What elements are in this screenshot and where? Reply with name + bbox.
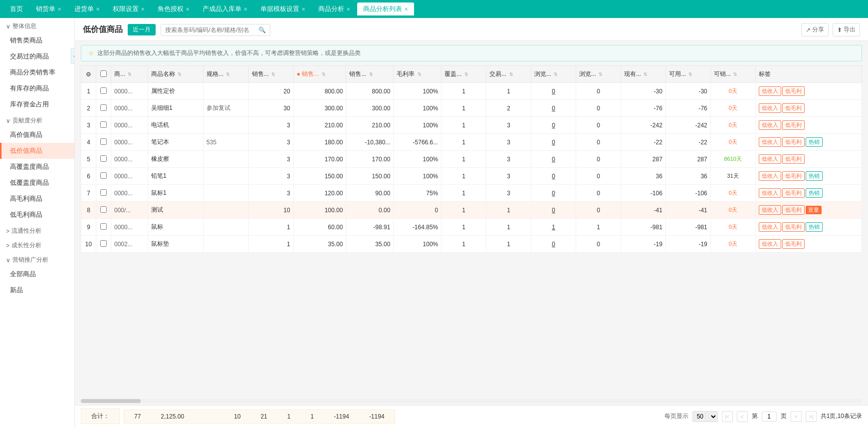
row-checkbox[interactable] — [100, 104, 107, 111]
browse-link[interactable]: 0 — [552, 190, 555, 197]
nav-sales-order[interactable]: 销货单 ✕ — [30, 2, 67, 15]
row-checkbox-cell[interactable] — [96, 202, 111, 219]
nav-goods-analysis-list[interactable]: 商品分析列表 ✕ — [357, 2, 414, 15]
col-code[interactable]: 商... ⇅ — [111, 66, 148, 83]
export-btn[interactable]: ⬆ 导出 — [833, 23, 860, 36]
search-input[interactable] — [165, 26, 256, 33]
browse-link[interactable]: 0 — [552, 105, 555, 112]
col-sellable[interactable]: 可销... ⇅ — [710, 66, 755, 83]
search-icon[interactable]: 🔍 — [258, 26, 266, 33]
row-checkbox[interactable] — [100, 87, 107, 94]
nav-home[interactable]: 首页 — [4, 2, 29, 15]
browse-link[interactable]: 0 — [552, 88, 555, 95]
sidebar-section-contribution[interactable]: ∨ 贡献度分析 — [0, 112, 74, 127]
sidebar-section-overall[interactable]: ∨ 整体信息 — [0, 18, 74, 32]
row-checkbox[interactable] — [100, 172, 107, 179]
next-page-btn[interactable]: > — [791, 411, 802, 422]
col-sales1[interactable]: 销售... ⇅ — [248, 66, 293, 83]
close-icon[interactable]: ✕ — [141, 6, 145, 12]
table-row[interactable]: 10 0002... 鼠标垫 1 35.00 35.00 100% 1 1 0 … — [81, 236, 862, 253]
browse-link[interactable]: 0 — [552, 241, 555, 248]
page-size-select[interactable]: 50 100 200 — [692, 411, 718, 422]
nav-goods-analysis[interactable]: 商品分析 ✕ — [312, 2, 356, 15]
last-page-btn[interactable]: >| — [806, 411, 817, 422]
close-icon[interactable]: ✕ — [243, 6, 247, 12]
row-checkbox[interactable] — [100, 240, 107, 247]
sidebar-item-category-sales[interactable]: 商品分类销售率 — [0, 64, 74, 80]
col-margin[interactable]: 毛利率 ⇅ — [394, 66, 441, 83]
sidebar-item-high-value[interactable]: 高价值商品 — [0, 127, 74, 143]
row-checkbox[interactable] — [100, 206, 107, 213]
table-row[interactable]: 6 0000... 铅笔1 3 150.00 150.00 100% 1 3 0… — [81, 168, 862, 185]
row-checkbox-cell[interactable] — [96, 83, 111, 100]
row-checkbox-cell[interactable] — [96, 219, 111, 236]
row-checkbox-cell[interactable] — [96, 151, 111, 168]
sidebar-item-traded-goods[interactable]: 交易过的商品 — [0, 48, 74, 64]
close-icon[interactable]: ✕ — [96, 6, 100, 12]
row-col7[interactable]: 0 — [531, 185, 576, 202]
row-col7[interactable]: 0 — [531, 134, 576, 151]
browse-link[interactable]: 0 — [552, 139, 555, 146]
sidebar-item-inventory-capital[interactable]: 库存资金占用 — [0, 96, 74, 112]
col-current-stock[interactable]: 现有... ⇅ — [621, 66, 665, 83]
table-row[interactable]: 3 0000... 电话机 3 210.00 210.00 100% 1 3 0… — [81, 117, 862, 134]
row-checkbox[interactable] — [100, 223, 107, 230]
sidebar-item-low-margin[interactable]: 低毛利商品 — [0, 207, 74, 223]
sidebar-item-sales-goods[interactable]: 销售类商品 — [0, 32, 74, 48]
col-settings[interactable]: ⚙ — [81, 66, 96, 83]
nav-role-auth[interactable]: 角色授权 ✕ — [152, 2, 196, 15]
sidebar-item-high-margin[interactable]: 高毛利商品 — [0, 191, 74, 207]
sidebar-section-liquidity[interactable]: > 流通性分析 — [0, 223, 74, 237]
table-row[interactable]: 5 0000... 橡皮擦 3 170.00 170.00 100% 1 3 0… — [81, 151, 862, 168]
gear-icon[interactable]: ⚙ — [86, 71, 91, 78]
table-row[interactable]: 9 0000... 鼠标 1 60.00 -98.91 -164.85% 1 1… — [81, 219, 862, 236]
row-col7[interactable]: 0 — [531, 236, 576, 253]
sidebar-item-low-value[interactable]: 低价值商品 — [0, 143, 74, 159]
horizontal-scrollbar[interactable] — [81, 399, 141, 403]
row-checkbox-cell[interactable] — [96, 236, 111, 253]
close-icon[interactable]: ✕ — [57, 6, 61, 12]
col-available[interactable]: 可用... ⇅ — [665, 66, 710, 83]
sidebar-item-high-coverage[interactable]: 高覆盖度商品 — [0, 159, 74, 175]
browse-link[interactable]: 0 — [552, 173, 555, 180]
row-checkbox-cell[interactable] — [96, 117, 111, 134]
table-row[interactable]: 7 0000... 鼠标1 3 120.00 90.00 75% 1 3 0 0… — [81, 185, 862, 202]
nav-product-storage[interactable]: 产成品入库单 ✕ — [197, 2, 253, 15]
prev-page-btn[interactable]: < — [737, 411, 748, 422]
close-icon[interactable]: ✕ — [346, 6, 350, 12]
first-page-btn[interactable]: |< — [722, 411, 733, 422]
nav-template-settings[interactable]: 单据模板设置 ✕ — [254, 2, 311, 15]
col-sales2[interactable]: ● 销售... ⇅ — [293, 66, 346, 83]
col-checkbox[interactable] — [96, 66, 111, 83]
nav-purchase[interactable]: 进货单 ✕ — [68, 2, 106, 15]
row-checkbox-cell[interactable] — [96, 134, 111, 151]
browse-link[interactable]: 0 — [552, 156, 555, 163]
browse-link[interactable]: 1 — [552, 224, 555, 231]
row-checkbox[interactable] — [100, 155, 107, 162]
row-col7[interactable]: 1 — [531, 219, 576, 236]
row-checkbox[interactable] — [100, 138, 107, 145]
row-col7[interactable]: 0 — [531, 117, 576, 134]
sidebar-item-new-goods[interactable]: 新品 — [0, 282, 74, 298]
col-transaction[interactable]: 交易... ⇅ — [486, 66, 531, 83]
row-col7[interactable]: 0 — [531, 83, 576, 100]
row-checkbox[interactable] — [100, 189, 107, 196]
col-name[interactable]: 商品名称 ⇅ — [148, 66, 204, 83]
row-col7[interactable]: 0 — [531, 151, 576, 168]
table-row[interactable]: 4 0000... 笔记本 535 3 180.00 -10,380... -5… — [81, 134, 862, 151]
close-icon[interactable]: ✕ — [404, 6, 408, 12]
browse-link[interactable]: 0 — [552, 207, 555, 214]
sidebar-item-low-coverage[interactable]: 低覆盖度商品 — [0, 175, 74, 191]
sidebar-section-growth[interactable]: > 成长性分析 — [0, 237, 74, 252]
close-icon[interactable]: ✕ — [186, 6, 190, 12]
col-coverage[interactable]: 覆盖... ⇅ — [441, 66, 486, 83]
row-checkbox-cell[interactable] — [96, 168, 111, 185]
sidebar-section-marketing[interactable]: ∨ 营销推广分析 — [0, 252, 74, 266]
current-page-input[interactable] — [762, 412, 777, 422]
sidebar-item-stock-goods[interactable]: 有库存的商品 — [0, 80, 74, 96]
col-sales3[interactable]: 销售... ⇅ — [346, 66, 394, 83]
row-checkbox[interactable] — [100, 121, 107, 128]
col-view2[interactable]: 浏览... ⇅ — [576, 66, 621, 83]
browse-link[interactable]: 0 — [552, 122, 555, 129]
table-row[interactable]: 1 0000... 属性定价 20 800.00 800.00 100% 1 1… — [81, 83, 862, 100]
